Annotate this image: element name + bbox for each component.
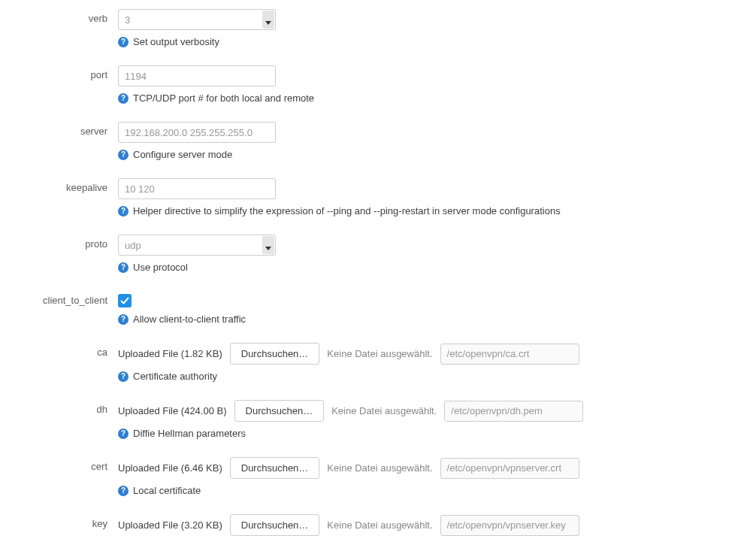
- row-cert: cert Uploaded File (6.46 KB) Durchsuchen…: [0, 457, 756, 496]
- label-cert: cert: [0, 457, 118, 472]
- help-cert: Local certificate: [133, 485, 201, 496]
- chevron-down-icon: [262, 236, 274, 254]
- label-verb: verb: [0, 9, 118, 24]
- help-dh: Diffie Hellman parameters: [133, 428, 246, 439]
- cert-no-file: Keine Datei ausgewählt.: [327, 462, 432, 474]
- help-server: Configure server mode: [133, 149, 232, 160]
- proto-select[interactable]: [118, 235, 276, 256]
- key-uploaded-label: Uploaded File (3.20 KB): [118, 519, 222, 531]
- cert-uploaded-label: Uploaded File (6.46 KB): [118, 462, 222, 474]
- dh-no-file: Keine Datei ausgewählt.: [331, 405, 437, 416]
- chevron-down-icon: [262, 11, 274, 29]
- help-icon[interactable]: ?: [118, 486, 129, 496]
- server-input[interactable]: [118, 122, 276, 143]
- row-proto: proto ? Use protocol: [0, 235, 756, 273]
- label-dh: dh: [0, 400, 118, 415]
- row-dh: dh Uploaded File (424.00 B) Durchsuchen……: [0, 400, 756, 439]
- row-client-to-client: client_to_client ? Allow client-to-clien…: [0, 291, 756, 325]
- row-key: key Uploaded File (3.20 KB) Durchsuchen……: [0, 514, 756, 536]
- ca-no-file: Keine Datei ausgewählt.: [327, 348, 432, 359]
- help-keepalive: Helper directive to simplify the express…: [133, 205, 561, 217]
- port-input[interactable]: [118, 65, 276, 86]
- help-ca: Certificate authority: [133, 371, 217, 382]
- client-to-client-checkbox[interactable]: [118, 294, 132, 307]
- help-verb: Set output verbosity: [133, 36, 219, 47]
- keepalive-input[interactable]: [118, 178, 276, 199]
- key-browse-button[interactable]: Durchsuchen…: [230, 514, 320, 536]
- ca-browse-button[interactable]: Durchsuchen…: [230, 343, 320, 365]
- label-server: server: [0, 122, 118, 137]
- label-proto: proto: [0, 235, 118, 250]
- row-verb: verb ? Set output verbosity: [0, 9, 756, 47]
- help-port: TCP/UDP port # for both local and remote: [133, 92, 314, 104]
- help-icon[interactable]: ?: [118, 262, 129, 273]
- label-keepalive: keepalive: [0, 178, 118, 193]
- row-ca: ca Uploaded File (1.82 KB) Durchsuchen… …: [0, 343, 756, 382]
- dh-browse-button[interactable]: Durchsuchen…: [234, 400, 325, 422]
- ca-path-input[interactable]: [440, 344, 579, 365]
- help-icon[interactable]: ?: [118, 37, 129, 47]
- dh-path-input[interactable]: [444, 401, 583, 422]
- help-icon[interactable]: ?: [118, 314, 129, 325]
- row-port: port ? TCP/UDP port # for both local and…: [0, 65, 756, 104]
- help-icon[interactable]: ?: [118, 93, 129, 104]
- verb-input[interactable]: [118, 9, 276, 30]
- proto-input[interactable]: [118, 235, 276, 256]
- ca-uploaded-label: Uploaded File (1.82 KB): [118, 348, 222, 359]
- row-server: server ? Configure server mode: [0, 122, 756, 160]
- row-keepalive: keepalive ? Helper directive to simplify…: [0, 178, 756, 217]
- verb-select[interactable]: [118, 9, 276, 30]
- label-client-to-client: client_to_client: [0, 291, 118, 306]
- help-icon[interactable]: ?: [118, 206, 129, 217]
- label-port: port: [0, 65, 118, 80]
- dh-uploaded-label: Uploaded File (424.00 B): [118, 405, 227, 416]
- label-key: key: [0, 514, 118, 529]
- help-icon[interactable]: ?: [118, 371, 129, 382]
- help-proto: Use protocol: [133, 262, 188, 273]
- cert-path-input[interactable]: [440, 458, 579, 479]
- cert-browse-button[interactable]: Durchsuchen…: [230, 457, 320, 479]
- check-icon: [120, 296, 129, 305]
- help-icon[interactable]: ?: [118, 150, 129, 160]
- label-ca: ca: [0, 343, 118, 358]
- key-no-file: Keine Datei ausgewählt.: [327, 519, 432, 531]
- help-icon[interactable]: ?: [118, 428, 129, 439]
- help-client-to-client: Allow client-to-client traffic: [133, 313, 246, 325]
- key-path-input[interactable]: [440, 515, 579, 536]
